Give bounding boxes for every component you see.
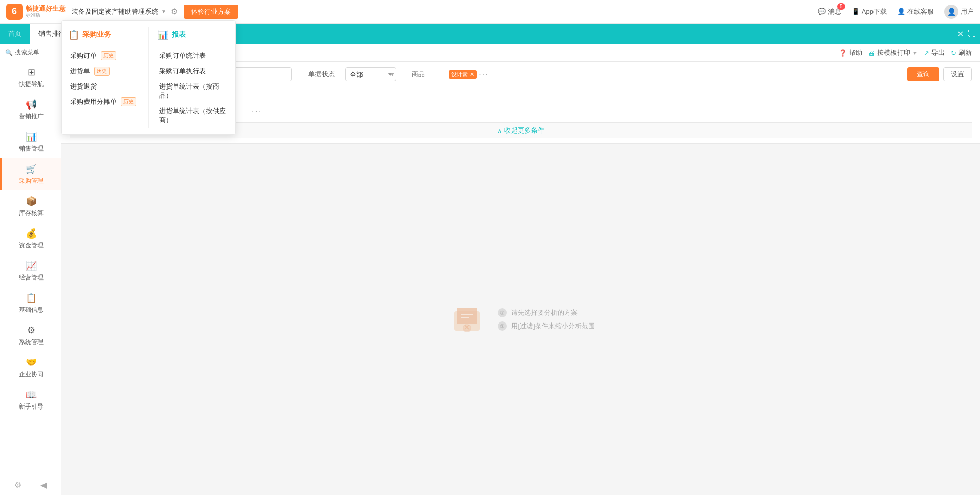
guide-icon: 📖 (26, 389, 37, 400)
sidebar-item-label: 采购管理 (19, 177, 44, 185)
logo-area: 6 畅捷通好生意 标准版 (6, 4, 68, 20)
purchase-dropdown-menu: 📋 采购业务 采购订单 历史 进货单 历史 进货退货 采购费用分摊单 历史 (61, 20, 236, 135)
hist-tag-3: 历史 (121, 97, 136, 106)
search-menu-item[interactable]: 🔍 搜索菜单 (0, 44, 61, 61)
user-menu[interactable]: 👤 用户 (944, 5, 974, 19)
dropdown-columns: 📋 采购业务 采购订单 历史 进货单 历史 进货退货 采购费用分摊单 历史 (62, 27, 235, 128)
operations-icon: 📈 (26, 260, 37, 271)
help-button[interactable]: ❓ 帮助 (839, 48, 862, 57)
quick-nav-icon: ⊞ (28, 67, 35, 78)
purchase-business-col: 📋 采购业务 采购订单 历史 进货单 历史 进货退货 采购费用分摊单 历史 (62, 27, 146, 128)
print-dropdown-icon[interactable]: ▼ (912, 50, 918, 56)
tip-num-1: ① (498, 308, 507, 317)
tab-home-label: 首页 (8, 29, 22, 38)
industry-button[interactable]: 体验行业方案 (184, 5, 238, 19)
system-icon: ⚙ (27, 325, 35, 336)
logo-icon: 6 (6, 4, 23, 20)
collapse-icon: ∧ (497, 127, 502, 135)
dropdown-expense[interactable]: 采购费用分摊单 历史 (68, 94, 140, 110)
collapse-sidebar-icon[interactable]: ◀ (40, 480, 47, 490)
tab-bar-actions: ✕ ⛶ (957, 24, 980, 44)
gear-icon[interactable]: ⚙ (171, 7, 178, 16)
sidebar-item-sales-mgmt[interactable]: 📊 销售管理 (0, 126, 61, 158)
online-service-button[interactable]: 👤 在线客服 (897, 7, 934, 16)
sidebar-bottom: ⚙ ◀ (0, 475, 61, 495)
tab-close-all-icon[interactable]: ✕ (957, 29, 964, 39)
hist-tag-2: 历史 (94, 67, 110, 76)
query-button[interactable]: 查询 (907, 67, 939, 81)
dropdown-divider (148, 27, 149, 128)
hist-tag-1: 历史 (101, 51, 116, 60)
service-icon: 👤 (897, 8, 905, 15)
refresh-button[interactable]: ↻ 刷新 (951, 48, 972, 57)
svg-rect-2 (461, 314, 473, 315)
dropdown-incoming-stat-supplier[interactable]: 进货单统计表（按供应商） (157, 103, 229, 128)
print-button[interactable]: 🖨 按模板打印 ▼ (868, 48, 918, 57)
messages-button[interactable]: 💬 消息 5 (818, 7, 841, 16)
sidebar-item-label: 快捷导航 (19, 80, 44, 89)
report-col: 📊 报表 采购订单统计表 采购订单执行表 进货单统计表（按商品） 进货单统计表（… (151, 27, 236, 128)
sidebar-item-label: 资金管理 (19, 241, 44, 250)
phone-icon: 📱 (851, 8, 860, 15)
sidebar-item-label: 库存核算 (19, 209, 44, 218)
settings-bottom-icon[interactable]: ⚙ (14, 480, 22, 490)
sidebar-item-marketing[interactable]: 📢 营销推广 (0, 94, 61, 126)
dropdown-incoming[interactable]: 进货单 历史 (68, 63, 140, 79)
filter-actions: 查询 设置 (907, 67, 972, 81)
search-icon: 🔍 (5, 49, 13, 56)
tip-num-2: ② (498, 321, 507, 331)
message-icon: 💬 (818, 8, 826, 15)
sidebar: 🔍 搜索菜单 ⊞ 快捷导航 📢 营销推广 📊 销售管理 🛒 采购管理 📦 库存核… (0, 44, 61, 495)
purchase-col-header: 📋 采购业务 (68, 27, 140, 45)
purchase-col-icon: 📋 (68, 29, 79, 40)
sidebar-item-operations[interactable]: 📈 经营管理 (0, 255, 61, 287)
app-download-button[interactable]: 📱 App下载 (851, 7, 887, 16)
tab-fullscreen-icon[interactable]: ⛶ (968, 29, 976, 38)
export-icon: ↗ (924, 49, 929, 57)
user-avatar: 👤 (944, 5, 958, 19)
help-icon: ❓ (839, 49, 847, 57)
sidebar-item-label: 营销推广 (19, 112, 44, 121)
dropdown-purchase-order[interactable]: 采购订单 历史 (68, 48, 140, 63)
sales-icon: 📊 (26, 131, 37, 142)
sidebar-item-system[interactable]: ⚙ 系统管理 (0, 319, 61, 352)
goods-tag[interactable]: 设计素 ✕ (449, 70, 477, 79)
dropdown-purchase-order-exec[interactable]: 采购订单执行表 (157, 63, 229, 79)
sidebar-item-finance[interactable]: 💰 资金管理 (0, 223, 61, 255)
sidebar-item-label: 基础信息 (19, 306, 44, 314)
sidebar-item-quick-nav[interactable]: ⊞ 快捷导航 (0, 61, 61, 94)
sidebar-item-purchase-mgmt[interactable]: 🛒 采购管理 (0, 158, 61, 190)
dropdown-incoming-stat-goods[interactable]: 进货单统计表（按商品） (157, 79, 229, 103)
inventory-icon: 📦 (26, 196, 37, 207)
logo-main: 畅捷通好生意 (26, 5, 66, 13)
dropdown-return[interactable]: 进货退货 (68, 79, 140, 94)
sidebar-item-basic-info[interactable]: 📋 基础信息 (0, 287, 61, 319)
goods-more-btn[interactable]: ··· (479, 70, 488, 79)
report-col-icon: 📊 (157, 29, 168, 40)
svg-rect-3 (461, 317, 469, 318)
system-name: 装备及固定资产辅助管理系统 ▼ (72, 7, 166, 16)
logo-text: 畅捷通好生意 标准版 (26, 5, 66, 19)
export-button[interactable]: ↗ 导出 (924, 48, 945, 57)
set-button[interactable]: 设置 (943, 67, 972, 81)
purchase-icon: 🛒 (26, 163, 37, 175)
sidebar-item-inventory[interactable]: 📦 库存核算 (0, 190, 61, 223)
print-icon: 🖨 (868, 49, 875, 57)
sidebar-item-label: 企业协同 (19, 370, 44, 379)
dropdown-purchase-order-stat[interactable]: 采购订单统计表 (157, 48, 229, 63)
system-dropdown-arrow[interactable]: ▼ (161, 9, 166, 14)
empty-illustration (446, 298, 487, 341)
goods-label: 商品 (412, 70, 442, 79)
finance-icon: 💰 (26, 228, 37, 239)
report-col-header: 📊 报表 (157, 27, 229, 45)
sidebar-item-label: 销售管理 (19, 144, 44, 153)
tab-home[interactable]: 首页 (0, 24, 30, 44)
doc-status-select-wrap: 全部 ▼ (345, 67, 395, 81)
customer-more-btn[interactable]: ··· (252, 106, 262, 116)
sidebar-item-guide[interactable]: 📖 新手引导 (0, 384, 61, 416)
sidebar-item-label: 新手引导 (19, 402, 44, 411)
doc-status-select[interactable]: 全部 (345, 67, 396, 81)
main-layout: 🔍 搜索菜单 ⊞ 快捷导航 📢 营销推广 📊 销售管理 🛒 采购管理 📦 库存核… (0, 44, 980, 495)
sidebar-item-enterprise[interactable]: 🤝 企业协同 (0, 352, 61, 384)
empty-text: ① 请先选择要分析的方案 ② 用[过滤]条件来缩小分析范围 (498, 308, 594, 331)
